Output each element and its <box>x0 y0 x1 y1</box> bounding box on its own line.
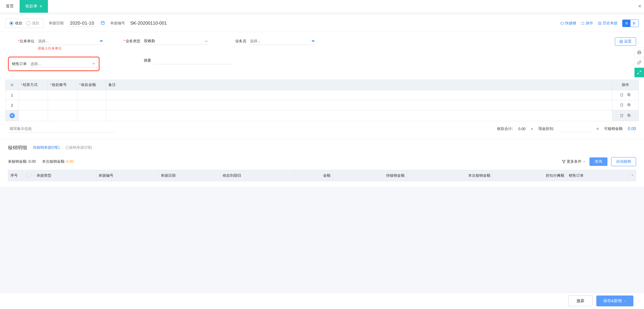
summary-row: 收款合计: 0.00 + 现金折扣: = 可核销金额 0.00 <box>0 121 644 136</box>
col-doctype[interactable]: 单据类型 <box>34 170 96 181</box>
writeoff-title: 核销明细 <box>8 144 27 151</box>
cell-amount[interactable] <box>77 110 106 121</box>
chevron-down-icon[interactable] <box>204 39 208 44</box>
view-card-btn[interactable] <box>630 20 638 27</box>
salesman-input[interactable] <box>249 37 315 45</box>
col-remark: 备注 <box>106 80 612 90</box>
cell-account[interactable] <box>48 100 77 110</box>
salesorder-select[interactable]: ••• <box>29 60 96 68</box>
cell-amount[interactable] <box>77 90 106 100</box>
doc-date-value[interactable]: 2020-01-10 <box>69 20 95 27</box>
svg-line-35 <box>638 73 639 74</box>
tab-done[interactable]: 已核销单据(0笔) <box>65 145 92 150</box>
col-discount[interactable]: 折扣分摊额 <box>493 170 567 181</box>
col-docdate[interactable]: 单据日期 <box>158 170 220 181</box>
filter-icon <box>562 160 566 163</box>
svg-marker-29 <box>562 160 565 163</box>
delete-icon[interactable] <box>620 113 625 118</box>
operate-label: 操作 <box>586 21 593 26</box>
top-actions: 快捷键 操作 历史单据 <box>560 20 639 27</box>
settings-button[interactable]: 设置 <box>615 37 636 46</box>
tab-home[interactable]: 首页 <box>0 0 20 13</box>
copy-icon[interactable] <box>627 103 631 107</box>
cell-account[interactable] <box>48 90 77 100</box>
view-toggle <box>622 20 639 27</box>
cell-amount[interactable] <box>77 100 106 110</box>
salesorder-input[interactable] <box>29 60 96 67</box>
expand-icon[interactable] <box>634 68 644 77</box>
col-amount[interactable]: 金额 <box>294 170 333 181</box>
chevron-down-icon <box>583 160 586 163</box>
row-index: 1 <box>6 90 19 100</box>
cell-method[interactable] <box>19 100 48 110</box>
cell-method[interactable] <box>19 90 48 100</box>
svg-rect-0 <box>101 21 104 24</box>
svg-marker-30 <box>632 174 633 175</box>
view-list-btn[interactable] <box>623 20 630 27</box>
add-row-btn[interactable]: + <box>6 110 19 121</box>
history-link[interactable]: 历史单据 <box>598 21 618 26</box>
delete-icon[interactable] <box>620 93 625 97</box>
col-method: 结算方式 <box>19 80 48 90</box>
partner-more-icon[interactable]: ••• <box>100 39 102 43</box>
doc-no-value: SK-20200110-001 <box>130 21 167 26</box>
tab-close-icon[interactable]: × <box>39 4 42 9</box>
svg-marker-31 <box>632 175 633 176</box>
gear-icon[interactable]: ⚙ <box>10 83 14 87</box>
col-duedate[interactable]: 收款到期日 <box>221 170 294 181</box>
label-doc-date: 单据日期 <box>49 21 64 26</box>
tab-pending[interactable]: 待核销单据(0笔) <box>33 145 60 150</box>
table-row: 2 <box>6 100 639 110</box>
radio-refund[interactable]: 退款 <box>26 21 39 26</box>
label-discount: 现金折扣: <box>538 126 554 131</box>
salesman-more-icon[interactable]: ••• <box>312 39 314 43</box>
delete-icon[interactable] <box>620 103 625 107</box>
tab-receipt[interactable]: 收款单 × <box>20 0 48 13</box>
cell-remark[interactable] <box>106 100 612 110</box>
copy-icon[interactable] <box>627 93 631 97</box>
col-pending[interactable]: 待核销金额 <box>333 170 407 181</box>
salesman-select[interactable]: ••• <box>249 37 315 45</box>
discount-input[interactable] <box>560 126 591 132</box>
partner-select[interactable]: ••• <box>37 37 103 45</box>
svg-rect-9 <box>598 22 601 24</box>
partner-input[interactable] <box>37 37 103 45</box>
col-action: 操作 <box>612 80 639 90</box>
radio-receipt-label: 收款 <box>15 21 23 26</box>
salesorder-more-icon[interactable]: ••• <box>92 62 95 66</box>
summary-input[interactable] <box>154 57 233 64</box>
svg-point-8 <box>583 24 584 24</box>
more-filter-link[interactable]: 更多条件 <box>562 159 586 164</box>
query-button[interactable]: 查询 <box>589 157 607 166</box>
list-icon <box>598 21 602 25</box>
checkbox-icon[interactable] <box>26 173 31 178</box>
col-docno[interactable]: 单据编号 <box>96 170 158 181</box>
unwritten-amount: 未核销金额: 0.00 <box>8 159 36 164</box>
col-thiswrite[interactable]: 本次核销金额 <box>407 170 493 181</box>
link-icon[interactable] <box>634 58 644 67</box>
copy-icon[interactable] <box>627 113 631 118</box>
auto-writeoff-button[interactable]: 自动核销 <box>611 157 636 166</box>
cell-remark[interactable] <box>106 90 612 100</box>
col-sort[interactable] <box>629 170 636 181</box>
cell-remark[interactable] <box>106 110 612 121</box>
grid-icon <box>581 21 585 25</box>
col-checkbox[interactable] <box>23 170 34 181</box>
radio-receipt[interactable]: 收款 <box>9 21 23 26</box>
biztype-select[interactable] <box>143 37 209 45</box>
svg-point-7 <box>582 24 582 24</box>
calendar-icon[interactable] <box>101 21 105 26</box>
cell-account[interactable] <box>48 110 77 121</box>
biztype-input[interactable] <box>143 37 209 45</box>
remark-input[interactable] <box>8 125 114 133</box>
cell-method[interactable] <box>19 110 48 121</box>
operate-link[interactable]: 操作 <box>581 21 593 26</box>
summary-input-wrap[interactable] <box>154 57 233 64</box>
radio-icon-unchecked <box>26 21 30 25</box>
print-icon[interactable] <box>634 48 644 57</box>
tabs-bar: 首页 收款单 × × <box>0 0 644 13</box>
shortcut-link[interactable]: 快捷键 <box>560 21 576 26</box>
close-all-icon[interactable]: × <box>638 3 641 9</box>
col-gear[interactable]: ⚙ <box>6 80 19 90</box>
col-salesorder[interactable]: 销售订单 <box>567 170 629 181</box>
